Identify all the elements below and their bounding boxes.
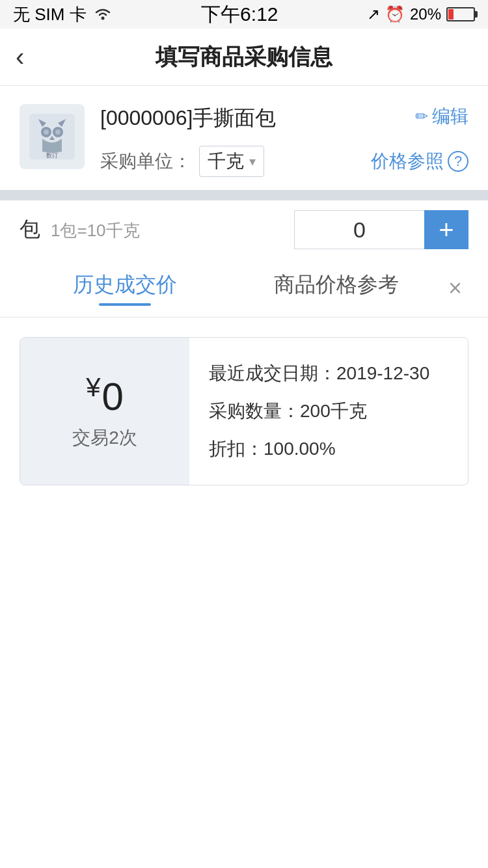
content-area xyxy=(0,505,488,868)
edit-label: 编辑 xyxy=(432,104,468,129)
discount-row: 折扣：100.00% xyxy=(209,437,448,461)
bottom-panel: 历史成交价 商品价格参考 × ¥0 交易2次 最近成交日期：2019-12-30… xyxy=(0,259,488,868)
tab-underline xyxy=(99,303,151,306)
status-right: ↗ ⏰ 20% xyxy=(367,5,475,23)
svg-point-0 xyxy=(101,16,104,20)
transaction-count: 交易2次 xyxy=(72,426,137,450)
price-ref-label: 价格参照 xyxy=(371,149,444,174)
edit-button[interactable]: ✏ 编辑 xyxy=(415,104,468,129)
recent-date-label: 最近成交日期： xyxy=(209,363,336,383)
product-image: 数订 xyxy=(29,114,75,159)
transaction-left: ¥0 交易2次 xyxy=(20,338,189,485)
unit-label: 采购单位： xyxy=(100,151,191,171)
discount-label: 折扣： xyxy=(209,439,264,459)
product-thumbnail: 数订 xyxy=(20,104,85,169)
close-button[interactable]: × xyxy=(442,275,468,302)
unit-value: 千克 xyxy=(208,149,244,174)
quantity-detail-value: 200千克 xyxy=(300,401,367,421)
svg-point-5 xyxy=(55,129,61,135)
location-icon: ↗ xyxy=(367,5,380,23)
quantity-conversion: 1包=10千克 xyxy=(51,219,140,242)
tab-historical-price[interactable]: 历史成交价 xyxy=(20,259,230,317)
product-info: [0000006]手撕面包 ✏ 编辑 采购单位： 千克 ▾ 价格参照 ? xyxy=(100,104,468,177)
back-button[interactable]: ‹ xyxy=(16,42,24,72)
quantity-detail-label: 采购数量： xyxy=(209,401,300,421)
carrier-text: 无 SIM 卡 xyxy=(13,3,87,26)
price-value: 0 xyxy=(102,375,123,418)
quantity-row: 包 1包=10千克 + xyxy=(0,200,488,259)
battery-percent: 20% xyxy=(410,5,441,23)
product-header: [0000006]手撕面包 ✏ 编辑 xyxy=(100,104,468,133)
recent-date-row: 最近成交日期：2019-12-30 xyxy=(209,361,448,386)
quantity-input[interactable] xyxy=(294,210,424,249)
status-bar: 无 SIM 卡 下午6:12 ↗ ⏰ 20% xyxy=(0,0,488,29)
battery-icon xyxy=(446,7,475,21)
currency-symbol: ¥ xyxy=(86,373,100,401)
discount-value: 100.00% xyxy=(264,439,336,459)
quantity-label-group: 包 1包=10千克 xyxy=(20,215,140,244)
status-carrier: 无 SIM 卡 xyxy=(13,3,113,26)
quantity-controls: + xyxy=(294,210,468,249)
unit-select-dropdown[interactable]: 千克 ▾ xyxy=(199,146,264,177)
help-icon: ? xyxy=(448,151,468,172)
transaction-price: ¥0 xyxy=(86,373,124,419)
recent-date-value: 2019-12-30 xyxy=(336,363,429,383)
svg-point-4 xyxy=(44,129,49,135)
chevron-down-icon: ▾ xyxy=(249,154,256,169)
wifi-icon xyxy=(93,5,113,25)
tabs-row: 历史成交价 商品价格参考 × xyxy=(0,259,488,318)
page-title: 填写商品采购信息 xyxy=(156,42,332,72)
unit-section: 采购单位： 千克 ▾ xyxy=(100,146,264,177)
tab2-label: 商品价格参考 xyxy=(274,271,399,299)
svg-text:数订: 数订 xyxy=(46,152,58,159)
product-logo: 数订 xyxy=(29,114,75,159)
nav-bar: ‹ 填写商品采购信息 xyxy=(0,29,488,86)
tab-price-reference[interactable]: 商品价格参考 xyxy=(230,259,441,317)
quantity-row-detail: 采购数量：200千克 xyxy=(209,399,448,424)
status-time: 下午6:12 xyxy=(201,1,278,28)
quantity-unit: 包 xyxy=(20,215,40,244)
quantity-plus-button[interactable]: + xyxy=(424,210,468,249)
product-name: [0000006]手撕面包 xyxy=(100,104,276,133)
product-card: 数订 [0000006]手撕面包 ✏ 编辑 采购单位： 千克 ▾ 价格参照 ? xyxy=(0,86,488,190)
price-ref-button[interactable]: 价格参照 ? xyxy=(371,149,468,174)
tab1-label: 历史成交价 xyxy=(73,271,177,299)
product-unit-row: 采购单位： 千克 ▾ 价格参照 ? xyxy=(100,146,468,177)
transaction-card: ¥0 交易2次 最近成交日期：2019-12-30 采购数量：200千克 折扣：… xyxy=(20,337,468,485)
alarm-icon: ⏰ xyxy=(385,5,405,23)
edit-icon: ✏ xyxy=(415,107,428,126)
gray-divider xyxy=(0,190,488,200)
transaction-right: 最近成交日期：2019-12-30 采购数量：200千克 折扣：100.00% xyxy=(189,338,468,485)
